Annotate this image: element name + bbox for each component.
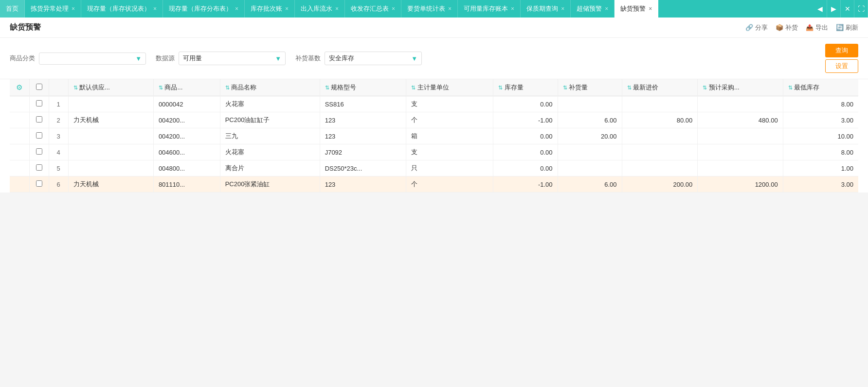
td-latest-price: 80.00 <box>622 112 698 128</box>
header-actions: 🔗 分享 📦 补货 📤 导出 🔄 刷新 <box>745 23 858 32</box>
tab-available-ledger[interactable]: 可用量库存账本× <box>458 0 521 18</box>
row-checkbox[interactable] <box>36 180 42 187</box>
tab-close-icon[interactable]: × <box>649 5 652 12</box>
tab-batch-account[interactable]: 库存批次账× <box>245 0 295 18</box>
td-checkbox <box>29 176 49 193</box>
td-spec: SS816 <box>320 96 406 112</box>
tab-close-icon[interactable]: × <box>335 5 339 12</box>
table-row: 3 004200... 三九 123 箱 0.00 20.00 10.00 <box>10 128 858 144</box>
td-num: 2 <box>49 112 68 128</box>
tab-order-stat[interactable]: 要货单统计表× <box>401 0 458 18</box>
tab-abnormal[interactable]: 拣货异常处理× <box>25 0 81 18</box>
th-num <box>49 79 68 96</box>
table-header: ⚙ ⇅ 默认供应... ⇅ 商品... ⇅ <box>10 79 858 96</box>
td-unit: 支 <box>406 144 493 160</box>
row-checkbox[interactable] <box>36 132 42 139</box>
row-checkbox[interactable] <box>36 148 42 155</box>
row-checkbox[interactable] <box>36 116 42 123</box>
filter-bar: 商品分类 ▼ 数据源 可用量 ▼ 补货基数 安全库存 ▼ 查询 设置 <box>0 38 868 79</box>
td-name: 火花塞 <box>220 96 320 112</box>
tab-expand-btn[interactable]: ⛶ <box>854 0 868 18</box>
th-est-purchase: ⇅ 预计采购... <box>698 79 783 96</box>
row-checkbox[interactable] <box>36 100 42 106</box>
td-num: 1 <box>49 96 68 112</box>
tab-expiry-query[interactable]: 保质期查询× <box>521 0 571 18</box>
td-stock: -1.00 <box>493 176 558 193</box>
tab-inventory-status[interactable]: 现存量（库存状况表）× <box>81 0 163 18</box>
td-code: 0000042 <box>153 96 220 112</box>
tab-inventory-dist[interactable]: 现存量（库存分布表）× <box>163 0 245 18</box>
tab-close-icon[interactable]: × <box>285 5 289 12</box>
page-title: 缺货预警 <box>10 22 41 33</box>
tab-close-icon[interactable]: × <box>511 5 514 12</box>
settings-button[interactable]: 设置 <box>825 59 858 73</box>
th-min-stock: ⇅ 最低库存 <box>783 79 858 96</box>
th-checkbox <box>29 79 49 96</box>
td-unit: 只 <box>406 160 493 176</box>
category-filter-group: 商品分类 ▼ <box>10 53 146 65</box>
th-latest-price: ⇅ 最新进价 <box>622 79 698 96</box>
td-spec: 123 <box>320 112 406 128</box>
td-supplier <box>68 160 153 176</box>
replenish-button[interactable]: 📦 补货 <box>776 23 798 32</box>
tab-collect-summary[interactable]: 收发存汇总表× <box>345 0 401 18</box>
tab-close-icon[interactable]: × <box>235 5 238 12</box>
tab-inout-flow[interactable]: 出入库流水× <box>295 0 345 18</box>
td-checkbox <box>29 112 49 128</box>
td-supplier <box>68 96 153 112</box>
sort-icon-name: ⇅ <box>225 85 230 90</box>
share-button[interactable]: 🔗 分享 <box>745 23 768 32</box>
sort-icon-supplier: ⇅ <box>73 85 78 90</box>
tab-shortage-warning[interactable]: 缺货预警× <box>615 0 658 18</box>
export-button[interactable]: 📤 导出 <box>806 23 828 32</box>
datasource-select[interactable]: 可用量 ▼ <box>179 52 286 65</box>
datasource-filter-group: 数据源 可用量 ▼ <box>156 52 286 65</box>
td-name: 火花塞 <box>220 144 320 160</box>
tab-close-icon[interactable]: × <box>72 5 75 12</box>
td-replenish-qty: 6.00 <box>558 112 622 128</box>
category-select[interactable]: ▼ <box>39 53 146 65</box>
td-code: 004800... <box>153 160 220 176</box>
refresh-icon: 🔄 <box>836 24 844 31</box>
th-default-supplier: ⇅ 默认供应... <box>68 79 153 96</box>
td-code: 801110... <box>153 176 220 193</box>
datasource-arrow-icon: ▼ <box>275 55 281 62</box>
tab-close-icon[interactable]: × <box>605 5 608 12</box>
replenish-base-value: 安全库存 <box>329 54 354 63</box>
td-checkbox <box>29 128 49 144</box>
table-row: 4 004600... 火花塞 J7092 支 0.00 8.00 <box>10 144 858 160</box>
td-est-purchase <box>698 128 783 144</box>
tab-close-icon[interactable]: × <box>392 5 395 12</box>
settings-gear-icon[interactable]: ⚙ <box>16 83 22 91</box>
th-stock: ⇅ 库存量 <box>493 79 558 96</box>
refresh-button[interactable]: 🔄 刷新 <box>836 23 858 32</box>
td-min-stock: 3.00 <box>783 176 858 193</box>
tab-close-all-btn[interactable]: ✕ <box>841 0 854 18</box>
td-replenish-qty <box>558 160 622 176</box>
row-checkbox[interactable] <box>36 164 42 171</box>
td-est-purchase <box>698 160 783 176</box>
td-settings <box>10 176 29 193</box>
main-content: 缺货预警 🔗 分享 📦 补货 📤 导出 🔄 刷新 商品分类 <box>0 18 868 193</box>
query-button[interactable]: 查询 <box>825 44 858 57</box>
tab-overstock-warning[interactable]: 超储预警× <box>571 0 615 18</box>
sort-icon-min: ⇅ <box>788 85 793 90</box>
tab-prev-btn[interactable]: ◀ <box>814 0 827 18</box>
sort-icon-code: ⇅ <box>159 85 163 90</box>
tab-home[interactable]: 首页 <box>0 0 25 18</box>
td-code: 004200... <box>153 128 220 144</box>
table-row: 2 力天机械 004200... PC200油缸缸子 123 个 -1.00 6… <box>10 112 858 128</box>
td-replenish-qty: 6.00 <box>558 176 622 193</box>
td-latest-price <box>622 96 698 112</box>
replenish-base-select[interactable]: 安全库存 ▼ <box>325 52 422 65</box>
tab-close-icon[interactable]: × <box>448 5 452 12</box>
td-stock: 0.00 <box>493 160 558 176</box>
tab-close-icon[interactable]: × <box>153 5 157 12</box>
td-latest-price <box>622 144 698 160</box>
select-all-checkbox[interactable] <box>36 84 42 90</box>
filter-buttons: 查询 设置 <box>825 44 858 73</box>
tab-next-btn[interactable]: ▶ <box>827 0 841 18</box>
td-spec: 123 <box>320 128 406 144</box>
tab-close-icon[interactable]: × <box>561 5 564 12</box>
td-name: PC200张紧油缸 <box>220 176 320 193</box>
